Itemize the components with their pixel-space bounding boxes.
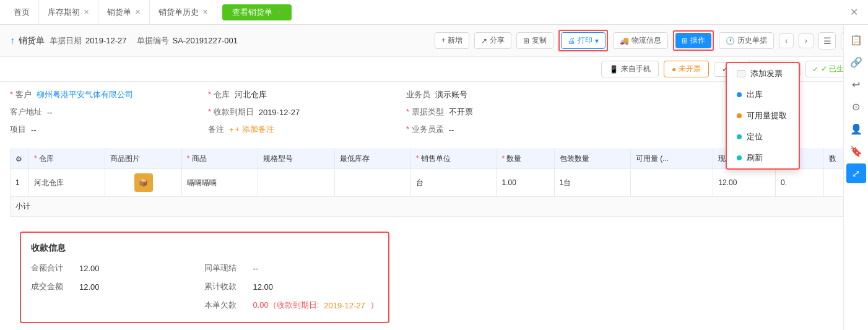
operations-button[interactable]: ⊞ 操作 (675, 33, 711, 48)
address-value: -- (47, 108, 53, 117)
close-inventory-tab[interactable]: ✕ (84, 8, 89, 16)
deal-value: 12.00 (79, 282, 100, 292)
share-icon: ↗ (481, 37, 487, 45)
row-warehouse: 河北仓库 (29, 169, 105, 197)
payment-owed: 本单欠款 0.00（收款到期日: 2019-12-27） (204, 298, 378, 312)
not-open-ticket-button[interactable]: ● 未开票 (664, 61, 709, 77)
print-icon: 🖨 (568, 37, 575, 45)
close-view-sales-tab[interactable]: ✕ (276, 8, 282, 16)
ticket-value: 不开票 (449, 106, 473, 118)
doc-header: ↑ 销货单 单据日期 2019-12-27 单据编号 SA-20191227-0… (0, 25, 868, 57)
col-warehouse: * 仓库 (29, 149, 105, 169)
customer-field: 客户 柳州粤港平安气体有限公司 (10, 89, 183, 100)
row-stock: 12.00 (713, 169, 776, 197)
due-date-field: 收款到期日 2019-12-27 (208, 106, 381, 118)
operations-dropdown: 添加发票 出库 可用量提取 定位 刷新 (726, 62, 800, 170)
ticket-icon: ● (672, 65, 676, 74)
col-available: 可用量 (... (630, 149, 713, 169)
staff-label: 业务员 (406, 89, 430, 100)
close-history-tab[interactable]: ✕ (202, 8, 208, 16)
col-settings[interactable]: ⚙ (11, 149, 29, 169)
col-min-stock: 最低库存 (334, 149, 410, 169)
address-label: 客户地址 (10, 106, 42, 118)
date-label: 单据日期 (50, 35, 82, 46)
ticket-field: 票据类型 不开票 (406, 106, 579, 118)
col-image: 商品图片 (105, 149, 181, 169)
copy-button[interactable]: ⊞ 复制 (516, 32, 553, 49)
from-phone-button[interactable]: 📱 来自手机 (601, 61, 659, 77)
table-row: 1 河北仓库 📦 嗝嗝嗝嗝 台 1.00 1台 12.00 0. (11, 169, 858, 197)
dropdown-outbound[interactable]: 出库 (727, 84, 799, 105)
deal-label: 成交金额 (31, 281, 74, 292)
refresh-dot (737, 155, 742, 160)
sidebar-return-icon[interactable]: ↩ (846, 74, 866, 94)
payment-empty (31, 298, 204, 312)
payment-box: 收款信息 金额合计 12.00 同单现结 -- 成交金额 12.00 累计收款 … (20, 232, 389, 323)
sidebar-target-icon[interactable]: ⊙ (846, 97, 866, 116)
sidebar-expand-icon[interactable]: ⤢ (846, 163, 866, 183)
tab-bar: 首页 库存期初 ✕ 销货单 ✕ 销货单历史 ✕ 查看销货单 ✕ ✕ (0, 0, 868, 25)
tab-sales-history[interactable]: 销货单历史 ✕ (150, 0, 217, 25)
invoice-icon (737, 70, 745, 77)
history-button[interactable]: 🕐 历史单据 (719, 32, 774, 49)
sidebar-user-icon[interactable]: 👤 (846, 119, 866, 139)
number-label: 单据编号 (137, 35, 169, 46)
customer-value[interactable]: 柳州粤港平安气体有限公司 (37, 89, 133, 100)
dropdown-refresh[interactable]: 刷新 (727, 147, 799, 168)
add-note-button[interactable]: + + 添加备注 (229, 124, 274, 135)
note-field: 备注 + + 添加备注 (208, 124, 381, 135)
same-settle-label: 同单现结 (204, 263, 248, 274)
sidebar-doc-icon[interactable]: 📋 (846, 30, 866, 50)
locate-dot (737, 134, 742, 139)
col-unit: * 销售单位 (410, 149, 497, 169)
doc-date-field: 单据日期 2019-12-27 (50, 35, 127, 46)
due-date-label: 收款到期日 (208, 106, 254, 118)
total-value: 12.00 (79, 264, 100, 273)
right-sidebar: 📋 🔗 ↩ ⊙ 👤 🔖 ⤢ (843, 25, 868, 330)
col-quantity: * 数量 (497, 149, 554, 169)
outbound-dot (737, 92, 742, 97)
row-num: 1 (11, 169, 29, 197)
close-sales-tab[interactable]: ✕ (135, 8, 141, 16)
print-button[interactable]: 🖨 打印 ▾ (561, 32, 605, 49)
owed-label: 本单欠款 (204, 300, 248, 311)
row-quantity: 1.00 (497, 169, 554, 197)
dropdown-add-invoice[interactable]: 添加发票 (727, 63, 799, 84)
sidebar-link-icon[interactable]: 🔗 (846, 52, 866, 72)
payment-title: 收款信息 (31, 243, 378, 254)
warehouse-value: 河北仓库 (235, 89, 267, 100)
tab-sales[interactable]: 销货单 ✕ (98, 0, 150, 25)
tab-home[interactable]: 首页 (5, 0, 39, 25)
staff2-field: 业务员孟 -- (406, 124, 579, 135)
dropdown-locate[interactable]: 定位 (727, 126, 799, 147)
ticket-label: 票据类型 (406, 106, 444, 118)
tab-inventory[interactable]: 库存期初 ✕ (39, 0, 98, 25)
sales-order-icon: ↑ (10, 35, 15, 46)
sidebar-tag-icon[interactable]: 🔖 (846, 141, 866, 161)
phone-icon: 📱 (609, 65, 618, 74)
nav-next-button[interactable]: › (799, 33, 814, 48)
print-highlight: 🖨 打印 ▾ (558, 30, 608, 51)
same-settle-value: -- (253, 264, 258, 273)
list-view-button[interactable]: ☰ (818, 32, 836, 50)
share-button[interactable]: ↗ 分享 (474, 32, 511, 49)
row-spec (258, 169, 334, 197)
available-qty-dot (737, 113, 742, 118)
logistics-icon: 🚚 (620, 37, 629, 45)
nav-prev-button[interactable]: ‹ (779, 33, 794, 48)
logistics-button[interactable]: 🚚 物流信息 (613, 32, 668, 49)
staff2-label: 业务员孟 (406, 124, 444, 135)
col-product: * 商品 (181, 149, 258, 169)
staff2-value: -- (449, 125, 454, 134)
project-field: 项目 -- (10, 124, 183, 135)
effective-check-icon: ✓ (812, 65, 818, 74)
customer-label: 客户 (10, 89, 32, 100)
window-close-button[interactable]: ✕ (845, 6, 863, 18)
payment-grid: 金额合计 12.00 同单现结 -- 成交金额 12.00 累计收款 12.00 (31, 261, 378, 312)
row-product: 嗝嗝嗝嗝 (181, 169, 258, 197)
tab-view-sales[interactable]: 查看销货单 ✕ (222, 4, 292, 20)
new-button[interactable]: + 新增 (435, 32, 469, 49)
plus-icon: + (229, 125, 234, 134)
dropdown-available-qty[interactable]: 可用量提取 (727, 105, 799, 126)
grid-icon: ⊞ (682, 37, 688, 45)
